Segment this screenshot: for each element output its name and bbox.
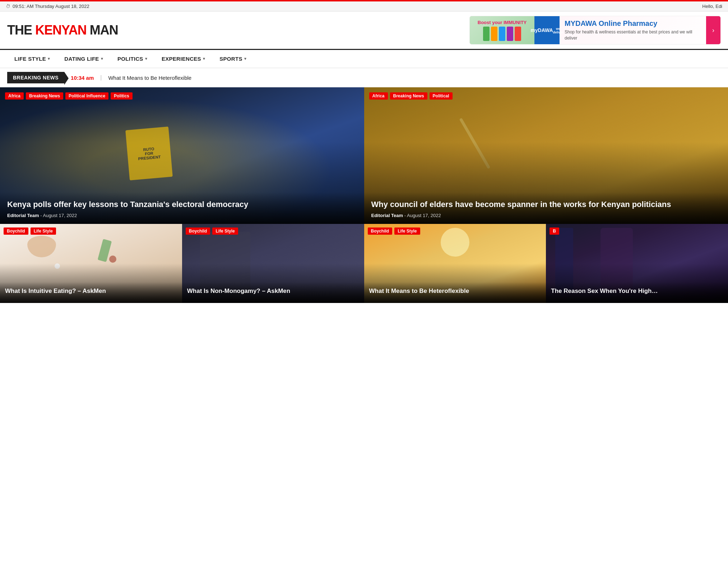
small-3-overlay: What It Means to Be Heteroflexible xyxy=(364,282,546,303)
small-2-tags: Boychild Life Style xyxy=(186,227,238,235)
header: THE KENYAN MAN Boost your IMMUNITY myDAW… xyxy=(0,12,728,50)
small-article-1[interactable]: Boychild Life Style What Is Intuitive Ea… xyxy=(0,224,182,303)
article-1-author: Editorial Team xyxy=(7,213,39,218)
ad-text: MYDAWA Online Pharmacy Shop for health &… xyxy=(560,16,706,45)
small-1-tags: Boychild Life Style xyxy=(4,227,56,235)
tag-africa-2[interactable]: Africa xyxy=(369,92,388,100)
logo-the: THE xyxy=(7,23,35,37)
tag-lifestyle-3[interactable]: Life Style xyxy=(394,227,420,235)
featured-article-2[interactable]: Africa Breaking News Political Why counc… xyxy=(364,87,728,224)
tag-political-influence[interactable]: Political Influence xyxy=(65,92,108,100)
tag-africa[interactable]: Africa xyxy=(5,92,24,100)
small-articles-grid: Boychild Life Style What Is Intuitive Ea… xyxy=(0,224,728,303)
article-1-meta: Editorial Team - August 17, 2022 xyxy=(7,213,357,218)
small-article-4[interactable]: B The Reason Sex When You're High… xyxy=(546,224,728,303)
top-bar: ⏱ 09:51: AM Thursday August 18, 2022 Hel… xyxy=(0,1,728,12)
article-2-tags: Africa Breaking News Political xyxy=(369,92,453,100)
small-4-tags: B xyxy=(550,227,559,235)
article-2-date-separator: - xyxy=(404,213,407,218)
logo-man: MAN xyxy=(87,23,118,37)
breaking-news-badge: BREAKING NEWS xyxy=(7,72,64,83)
breaking-divider: | xyxy=(100,74,102,81)
nav-experiences[interactable]: EXPERIENCES ▾ xyxy=(154,50,212,68)
nav-sports[interactable]: SPORTS ▾ xyxy=(212,50,254,68)
featured-article-1[interactable]: RUTOFORPRESIDENT Africa Breaking News Po… xyxy=(0,87,364,224)
breaking-news-bar: BREAKING NEWS 10:34 am | What It Means t… xyxy=(0,68,728,87)
breaking-news-time: 10:34 am xyxy=(71,75,94,81)
small-2-title: What Is Non-Monogamy? – AskMen xyxy=(187,287,359,295)
article-2-title: Why council of elders have become spanne… xyxy=(371,199,721,210)
tag-boychild-1[interactable]: Boychild xyxy=(4,227,28,235)
tag-boychild-2[interactable]: Boychild xyxy=(186,227,210,235)
article-1-date: August 17, 2022 xyxy=(43,213,77,218)
small-3-tags: Boychild Life Style xyxy=(368,227,420,235)
tag-breaking-news[interactable]: Breaking News xyxy=(26,92,63,100)
clock-icon: ⏱ xyxy=(6,4,10,9)
top-bar-left: ⏱ 09:51: AM Thursday August 18, 2022 xyxy=(6,4,89,9)
greeting-text: Hello, Edi xyxy=(702,4,722,9)
ad-description: Shop for health & wellness essentials at… xyxy=(565,29,701,41)
small-4-title: The Reason Sex When You're High… xyxy=(551,287,723,295)
tag-political-2[interactable]: Political xyxy=(430,92,453,100)
tag-politics[interactable]: Politics xyxy=(111,92,133,100)
nav-lifestyle[interactable]: LIFE STYLE ▾ xyxy=(7,50,57,68)
datetime-text: 09:51: AM Thursday August 18, 2022 xyxy=(13,4,89,9)
featured-grid: RUTOFORPRESIDENT Africa Breaking News Po… xyxy=(0,87,728,224)
ad-title: MYDAWA Online Pharmacy xyxy=(565,19,701,28)
site-logo[interactable]: THE KENYAN MAN xyxy=(7,23,118,38)
ad-banner[interactable]: Boost your IMMUNITY myDAWA we deliver MY… xyxy=(469,16,721,45)
chevron-down-icon: ▾ xyxy=(48,56,50,61)
chevron-down-icon: ▾ xyxy=(145,56,147,61)
article-1-overlay: Kenya polls offer key lessons to Tanzani… xyxy=(0,192,364,224)
tag-lifestyle-1[interactable]: Life Style xyxy=(31,227,56,235)
small-1-title: What Is Intuitive Eating? – AskMen xyxy=(5,287,177,295)
article-1-title: Kenya polls offer key lessons to Tanzani… xyxy=(7,199,357,210)
breaking-news-text: What It Means to Be Heteroflexible xyxy=(108,75,191,81)
nav-datinglife[interactable]: DATING LIFE ▾ xyxy=(57,50,110,68)
article-2-date: August 17, 2022 xyxy=(407,213,441,218)
chevron-down-icon: ▾ xyxy=(203,56,205,61)
tag-breaking-news-2[interactable]: Breaking News xyxy=(390,92,427,100)
article-2-author: Editorial Team xyxy=(371,213,403,218)
small-1-overlay: What Is Intuitive Eating? – AskMen xyxy=(0,282,182,303)
article-2-meta: Editorial Team - August 17, 2022 xyxy=(371,213,721,218)
tag-lifestyle-2[interactable]: Life Style xyxy=(212,227,238,235)
article-1-tags: Africa Breaking News Political Influence… xyxy=(5,92,133,100)
tag-b-4[interactable]: B xyxy=(550,227,559,235)
chevron-down-icon: ▾ xyxy=(244,56,246,61)
ad-boost-label: Boost your IMMUNITY xyxy=(478,20,527,25)
tag-boychild-3[interactable]: Boychild xyxy=(368,227,393,235)
small-2-overlay: What Is Non-Monogamy? – AskMen xyxy=(182,282,364,303)
ad-image: Boost your IMMUNITY xyxy=(470,16,534,45)
small-article-3[interactable]: Boychild Life Style What It Means to Be … xyxy=(364,224,546,303)
ad-logo: myDAWA we deliver xyxy=(534,16,560,45)
small-4-overlay: The Reason Sex When You're High… xyxy=(546,282,728,303)
article-2-overlay: Why council of elders have become spanne… xyxy=(364,192,728,224)
ad-button[interactable]: › xyxy=(706,16,720,44)
chevron-down-icon: ▾ xyxy=(101,56,103,61)
main-nav: LIFE STYLE ▾ DATING LIFE ▾ POLITICS ▾ EX… xyxy=(0,50,728,68)
nav-politics[interactable]: POLITICS ▾ xyxy=(110,50,154,68)
small-article-2[interactable]: Boychild Life Style What Is Non-Monogamy… xyxy=(182,224,364,303)
logo-kenyan: KENYAN xyxy=(35,23,87,37)
small-3-title: What It Means to Be Heteroflexible xyxy=(369,287,541,295)
